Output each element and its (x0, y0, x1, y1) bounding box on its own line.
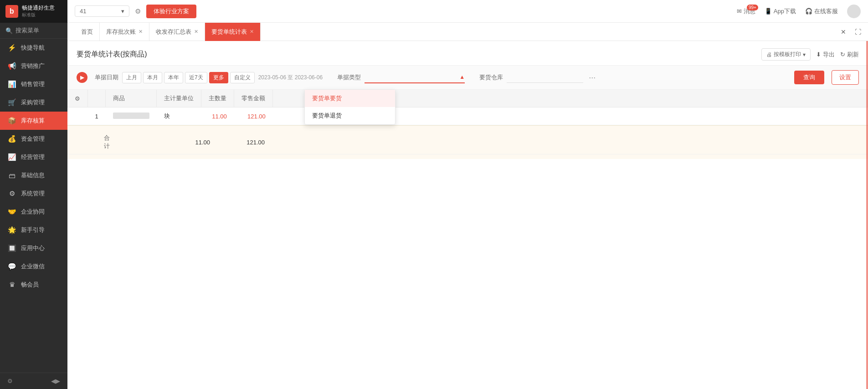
app-logo: b 畅捷通好生意 标准版 (0, 0, 67, 23)
close-window-btn[interactable]: ✕ (837, 26, 850, 38)
footer-extra (272, 130, 868, 154)
online-service-btn[interactable]: 🎧 在线客服 (805, 7, 838, 15)
warehouse-more-btn[interactable]: ··· (589, 73, 596, 82)
tab-summary[interactable]: 收发存汇总表 ✕ (149, 23, 205, 41)
wechat-icon: 💬 (7, 262, 16, 271)
topbar: 41 ▾ ⚙ 体验行业方案 ✉ 消息 99+ 📱 App下载 🎧 在线客服 (67, 0, 868, 23)
sidebar-item-system[interactable]: ⚙ 系统管理 (0, 184, 67, 203)
app-download-btn[interactable]: 📱 App下载 (765, 7, 796, 15)
collapse-icon[interactable]: ◀▶ (51, 378, 60, 384)
sidebar-item-sales[interactable]: 📊 销售管理 (0, 75, 67, 93)
resize-handle[interactable] (866, 41, 868, 389)
branch-selector[interactable]: 41 ▾ (75, 5, 129, 17)
col-settings-header[interactable]: ⚙ (67, 90, 88, 107)
print-btn[interactable]: 🖨 按模板打印 ▾ (761, 48, 811, 61)
inventory-icon: 📦 (7, 117, 16, 125)
sidebar-item-business[interactable]: 📈 经营管理 (0, 148, 67, 166)
dropdown-item-order-return[interactable]: 要货单退货 (305, 107, 395, 124)
logo-icon: b (5, 5, 18, 18)
settings-btn[interactable]: 设置 (832, 70, 859, 85)
sidebar-label-purchase: 采购管理 (21, 98, 45, 107)
this-year-btn[interactable]: 本年 (164, 72, 183, 83)
refresh-btn[interactable]: ↻ 刷新 (840, 51, 859, 59)
search-menu[interactable]: 🔍 搜索菜单 (0, 23, 67, 39)
page-actions: 🖨 按模板打印 ▾ ⬇ 导出 ↻ 刷新 (761, 48, 859, 61)
filter-expand-btn[interactable]: ▶ (77, 72, 87, 83)
tab-order-stats[interactable]: 要货单统计表 ✕ (205, 23, 261, 41)
warehouse-filter-group: 要货仓库 ··· (479, 72, 596, 83)
col-qty-header: 主数量 (201, 90, 234, 107)
tab-batch-label: 库存批次账 (106, 28, 136, 36)
tab-home-label: 首页 (81, 28, 93, 36)
sidebar-label-guide: 新手引导 (21, 226, 45, 234)
sidebar-item-appstore[interactable]: 🔲 应用中心 (0, 239, 67, 257)
date-filter-group: 单据日期 上月 本月 本年 近7天 更多 自定义 2023-05-06 至 20… (95, 72, 323, 83)
sidebar-bottom: ⚙ ◀▶ (0, 373, 67, 389)
sales-icon: 📊 (7, 80, 16, 88)
table-header-row: ⚙ 商品 主计量单位 主数量 零售金额 (67, 90, 868, 107)
tab-order-stats-close[interactable]: ✕ (250, 29, 254, 35)
dropdown-item-order-goods[interactable]: 要货单要货 (305, 90, 395, 107)
type-select-input[interactable] (365, 74, 459, 81)
sidebar-item-guide[interactable]: 🌟 新手引导 (0, 221, 67, 239)
messages-btn[interactable]: ✉ 消息 99+ (737, 7, 755, 15)
sidebar-item-basic[interactable]: 🗃 基础信息 (0, 166, 67, 184)
sidebar-item-wechat[interactable]: 💬 企业微信 (0, 257, 67, 276)
sidebar-label-business: 经营管理 (21, 153, 45, 161)
tab-home[interactable]: 首页 (75, 23, 100, 41)
print-label: 按模板打印 (774, 51, 801, 58)
gear-icon[interactable]: ⚙ (135, 7, 141, 15)
date-label: 单据日期 (95, 73, 118, 82)
guide-icon: 🌟 (7, 226, 16, 234)
search-menu-label: 搜索菜单 (15, 26, 39, 35)
avatar[interactable] (847, 5, 861, 18)
warehouse-input[interactable] (507, 72, 583, 83)
chevron-down-icon: ▾ (121, 8, 124, 15)
this-month-btn[interactable]: 本月 (143, 72, 162, 83)
window-controls: ✕ ⛶ (837, 26, 868, 38)
last-month-btn[interactable]: 上月 (122, 72, 141, 83)
main-content: 41 ▾ ⚙ 体验行业方案 ✉ 消息 99+ 📱 App下载 🎧 在线客服 (67, 0, 868, 389)
query-btn[interactable]: 查询 (794, 71, 824, 84)
tab-summary-close[interactable]: ✕ (194, 29, 198, 35)
settings-icon[interactable]: ⚙ (7, 378, 13, 384)
sidebar-item-inventory[interactable]: 📦 库存核算 (0, 112, 67, 130)
table-row: 1 块 11.00 121.00 (67, 107, 868, 125)
more-btn[interactable]: 更多 (209, 72, 228, 83)
sidebar-item-collab[interactable]: 🤝 企业协同 (0, 203, 67, 221)
export-btn[interactable]: ⬇ 导出 (816, 51, 835, 59)
app-name: 畅捷通好生意 (22, 5, 55, 12)
sidebar-item-marketing[interactable]: 📢 营销推广 (0, 57, 67, 75)
type-dropdown: 要货单要货 要货单退货 (304, 89, 395, 125)
quick-icon: ⚡ (7, 44, 16, 52)
chevron-up-icon: ▲ (459, 74, 465, 80)
sidebar-item-purchase[interactable]: 🛒 采购管理 (0, 93, 67, 112)
filter-bar: ▶ 单据日期 上月 本月 本年 近7天 更多 自定义 2023-05-06 至 … (67, 66, 868, 90)
sidebar-label-wechat: 企业微信 (21, 262, 45, 271)
message-icon: ✉ (737, 8, 742, 15)
appstore-icon: 🔲 (7, 244, 16, 252)
app-download-label: App下载 (774, 7, 796, 15)
last7-btn[interactable]: 近7天 (185, 72, 207, 83)
sidebar-label-inventory: 库存核算 (21, 117, 45, 125)
tab-batch[interactable]: 库存批次账 ✕ (100, 23, 149, 41)
tabs-bar: 首页 库存批次账 ✕ 收发存汇总表 ✕ 要货单统计表 ✕ ✕ ⛶ (67, 23, 868, 41)
type-select[interactable]: ▲ (365, 72, 465, 83)
tab-batch-close[interactable]: ✕ (139, 29, 143, 35)
sidebar: b 畅捷通好生意 标准版 🔍 搜索菜单 ⚡ 快捷导航 📢 营销推广 📊 销售管理… (0, 0, 67, 389)
sidebar-item-quick[interactable]: ⚡ 快捷导航 (0, 39, 67, 57)
custom-btn[interactable]: 自定义 (230, 72, 255, 83)
sidebar-item-vip[interactable]: ♛ 畅会员 (0, 276, 67, 294)
headset-icon: 🎧 (805, 8, 812, 15)
refresh-icon: ↻ (840, 51, 845, 58)
online-service-label: 在线客服 (814, 7, 838, 15)
page-content: 要货单统计表(按商品) 🖨 按模板打印 ▾ ⬇ 导出 ↻ 刷新 ▶ (67, 41, 868, 389)
phone-icon: 📱 (765, 8, 772, 15)
messages-badge: 99+ (747, 5, 758, 10)
trial-btn[interactable]: 体验行业方案 (146, 5, 196, 18)
row-unit: 块 (157, 107, 201, 125)
dropdown-menu: 要货单要货 要货单退货 (304, 89, 395, 125)
export-icon: ⬇ (816, 51, 821, 58)
maximize-window-btn[interactable]: ⛶ (852, 26, 864, 38)
sidebar-item-finance[interactable]: 💰 资金管理 (0, 130, 67, 148)
